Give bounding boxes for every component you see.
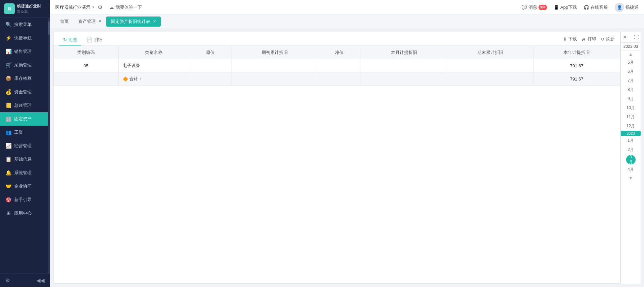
messages-button[interactable]: 💬 消息 99+ [522, 4, 547, 10]
sidebar-item-purchase[interactable]: 🛒采购管理 [0, 58, 48, 72]
right-panel: ✕ ⛶ 2023.03 ▲ 5月6月7月8月9月10月11月12月20231月2… [620, 32, 641, 284]
print-label: 打印 [587, 36, 596, 42]
tab-asset-mgmt[interactable]: 资产管理 ✕ [73, 17, 106, 27]
print-icon: 🖨 [582, 37, 586, 42]
download-button[interactable]: ⬇ 下载 [563, 36, 577, 42]
sidebar-item-sales[interactable]: 📊销售管理 [0, 45, 48, 58]
finance-icon: 💰 [5, 89, 11, 95]
sidebar-item-operations[interactable]: 📈经营管理 [0, 139, 48, 153]
month-item[interactable]: 12月 [621, 122, 641, 131]
month-item[interactable]: 4月 [621, 165, 641, 174]
settings-icon[interactable]: ⚙ [5, 277, 10, 284]
sidebar-nav: 🔍搜索菜单⚡快捷导航📊销售管理🛒采购管理📦库存核算💰资金管理📒总账管理🏢固定资产… [0, 18, 48, 274]
tabbar: 首页 资产管理 ✕ 固定资产折旧统计表 ✕ [50, 15, 644, 28]
col-annual-depr: 本年计提折旧 [533, 46, 620, 59]
month-item[interactable]: 10月 [621, 103, 641, 113]
subtab-summary[interactable]: ↻ 汇总 [59, 35, 81, 45]
sidebar-item-fixed-assets[interactable]: 🏢固定资产 [0, 112, 48, 126]
total-row: 🔶 合计： 791.67 [54, 72, 620, 86]
sidebar-item-inventory[interactable]: 📦库存核算 [0, 72, 48, 85]
table-row[interactable]: 05 电子设备 791.67 [54, 59, 620, 72]
row-monthly-depr [361, 59, 447, 72]
total-code-cell [54, 72, 119, 86]
col-closing-accum: 期末累计折旧 [447, 46, 533, 59]
month-item[interactable]: 9月 [621, 94, 641, 103]
sidebar-item-label: 系统管理 [14, 170, 32, 176]
print-button[interactable]: 🖨 打印 [582, 36, 596, 42]
month-item[interactable]: 1月 [621, 136, 641, 145]
month-item[interactable]: 2月 [621, 145, 641, 154]
total-label-cell: 🔶 合计： [118, 72, 189, 86]
month-item[interactable]: 11月 [621, 113, 641, 122]
company-chevron-icon: ▾ [92, 5, 94, 9]
download-label: 下载 [568, 36, 577, 42]
sidebar-item-basic-info[interactable]: 📋基础信息 [0, 153, 48, 166]
sidebar-scrollbar[interactable] [48, 18, 50, 274]
sidebar-item-label: 工资 [14, 129, 23, 135]
sidebar-item-payroll[interactable]: 👥工资 [0, 126, 48, 139]
subtab-bar: ↻ 汇总 📄 明细 ⬇ 下载 🖨 打印 [54, 32, 620, 46]
month-item[interactable]: 7月 [621, 76, 641, 85]
company-selector[interactable]: 医疗器械行业演示 ▾ [55, 4, 94, 10]
sidebar-item-apps[interactable]: ⊞应用中心 [0, 206, 48, 220]
tab-asset-mgmt-close-icon[interactable]: ✕ [98, 19, 101, 24]
subtab-detail[interactable]: 📄 明细 [83, 35, 106, 45]
messages-icon: 💬 [522, 5, 527, 10]
sidebar-item-finance[interactable]: 💰资金管理 [0, 85, 48, 99]
total-closing-accum [447, 72, 533, 86]
right-panel-close-icon[interactable]: ✕ [623, 34, 627, 40]
tab-depreciation-report-close-icon[interactable]: ✕ [153, 19, 156, 24]
sidebar-item-label: 新手引导 [14, 197, 32, 203]
fixed-assets-icon: 🏢 [5, 116, 11, 122]
sidebar-item-guide[interactable]: 🎯新手引导 [0, 193, 48, 206]
tab-home[interactable]: 首页 [55, 17, 73, 27]
month-item[interactable]: 3月 [626, 155, 636, 164]
sidebar-item-system[interactable]: 🔔系统管理 [0, 166, 48, 180]
topbar-right: 💬 消息 99+ 📱 App下载 🎧 在线客服 👤 畅捷通 [522, 3, 639, 12]
inventory-icon: 📦 [5, 75, 11, 82]
sidebar-item-cooperation[interactable]: 🤝企业协同 [0, 180, 48, 193]
customer-service-label: 在线客服 [590, 4, 608, 10]
year-header-2023[interactable]: 2023 [621, 131, 641, 136]
sidebar-item-label: 库存核算 [14, 75, 32, 82]
sidebar-item-label: 资金管理 [14, 89, 32, 95]
customer-service-button[interactable]: 🎧 在线客服 [584, 4, 608, 10]
month-item[interactable]: 8月 [621, 85, 641, 94]
topbar-settings-icon[interactable]: ⚙ [98, 4, 102, 10]
refresh-icon: ↺ [601, 37, 605, 42]
sidebar-item-label: 应用中心 [14, 210, 32, 216]
app-download-button[interactable]: 📱 App下载 [554, 4, 577, 10]
sidebar-item-label: 固定资产 [14, 116, 32, 122]
sidebar-item-label: 经营管理 [14, 143, 32, 149]
cooperation-icon: 🤝 [5, 183, 11, 189]
tab-depreciation-report[interactable]: 固定资产折旧统计表 ✕ [106, 17, 161, 27]
app-download-label: App下载 [560, 4, 577, 10]
sidebar-bottom: ⚙ ◀◀ [0, 274, 50, 287]
month-item[interactable]: 6月 [621, 67, 641, 76]
col-original: 原值 [189, 46, 232, 59]
right-panel-scroll[interactable]: ▲ 5月6月7月8月9月10月11月12月20231月2月3月4月 ▼ [621, 51, 641, 284]
experience-button[interactable]: ☁ 我要体验一下 [109, 4, 142, 10]
sidebar-item-quick-nav[interactable]: ⚡快捷导航 [0, 31, 48, 45]
total-icon: 🔶 [123, 76, 128, 82]
table-container: 类别编码 类别名称 原值 期初累计折旧 净值 本月计提折旧 期末累计折旧 本年计… [54, 46, 620, 283]
col-name: 类别名称 [118, 46, 189, 59]
user-profile[interactable]: 👤 畅捷通 [615, 3, 639, 12]
refresh-button[interactable]: ↺ 刷新 [601, 36, 615, 42]
scroll-up-icon[interactable]: ▲ [621, 51, 641, 58]
collapse-sidebar-icon[interactable]: ◀◀ [36, 277, 44, 284]
row-code: 05 [54, 59, 119, 72]
experience-label: 我要体验一下 [116, 4, 142, 10]
sidebar-item-ledger[interactable]: 📒总账管理 [0, 99, 48, 112]
month-item[interactable]: 5月 [621, 58, 641, 67]
total-net-value [318, 72, 361, 86]
operations-icon: 📈 [5, 143, 11, 149]
sidebar-item-label: 销售管理 [14, 49, 32, 55]
sidebar-item-search[interactable]: 🔍搜索菜单 [0, 18, 48, 31]
scroll-down-icon[interactable]: ▼ [621, 174, 641, 182]
right-panel-expand-icon[interactable]: ⛶ [634, 34, 639, 40]
tab-home-label: 首页 [60, 19, 69, 25]
right-panel-header: ✕ ⛶ [621, 32, 641, 43]
sidebar-item-label: 快捷导航 [14, 35, 32, 41]
sidebar-item-label: 搜索菜单 [14, 22, 32, 28]
